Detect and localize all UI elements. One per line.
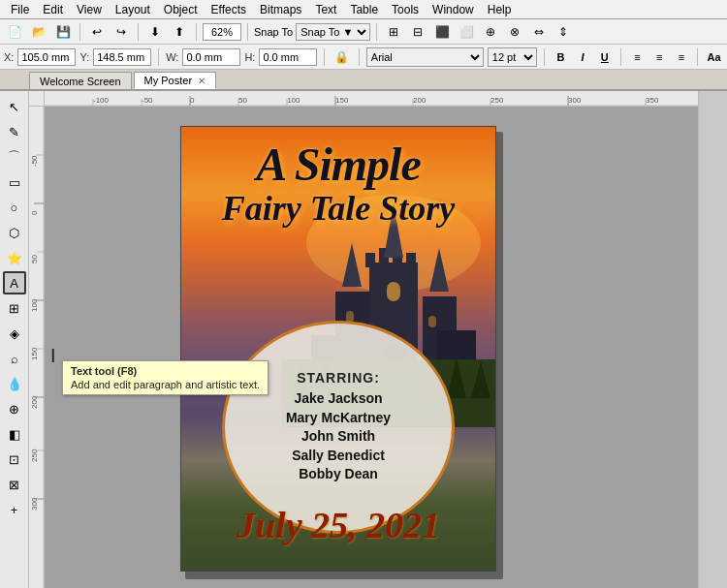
svg-rect-40 [365, 253, 375, 267]
freehand-tool-btn[interactable]: ✎ [3, 120, 26, 143]
character-formatting-btn[interactable]: Aa [705, 47, 723, 67]
poster-title-line1: A Simple [181, 141, 495, 188]
svg-text:50: 50 [30, 255, 39, 263]
rectangle-tool-btn[interactable]: ▭ [3, 170, 26, 194]
y-input[interactable] [93, 48, 151, 66]
separator-2 [138, 23, 139, 41]
align-center-btn[interactable]: ≡ [650, 47, 669, 67]
w-input[interactable] [182, 48, 240, 66]
menu-table[interactable]: Table [343, 0, 385, 18]
open-button[interactable]: 📂 [28, 21, 49, 43]
smart-draw-btn[interactable]: ⌒ [3, 145, 26, 169]
canvas-area: -100 -50 0 50 100 150 200 250 300 350 [29, 91, 698, 588]
undo-button[interactable]: ↩ [86, 21, 108, 43]
sep-7 [324, 48, 325, 66]
align-left-btn[interactable]: ≡ [628, 47, 647, 67]
h-input[interactable] [259, 48, 317, 66]
right-panel [698, 91, 727, 588]
bold-btn[interactable]: B [552, 47, 570, 67]
align-right-btn[interactable]: ≡ [673, 47, 691, 67]
italic-btn[interactable]: I [574, 47, 592, 67]
cast-sally: Sally Benedict [292, 447, 385, 466]
svg-text:200: 200 [413, 96, 427, 105]
tooltip-title: Text tool (F8) [71, 365, 260, 377]
menu-window[interactable]: Window [426, 0, 481, 18]
ellipse-tool-btn[interactable]: ○ [3, 196, 26, 219]
menu-file[interactable]: File [4, 0, 36, 18]
separator-1 [79, 23, 80, 41]
group-button[interactable]: ⬛ [431, 21, 453, 43]
polygon-tool-btn[interactable]: ⬡ [3, 221, 26, 244]
separator-5 [376, 23, 377, 41]
menu-tools[interactable]: Tools [385, 0, 426, 18]
tab-bar: Welcome Screen My Poster ✕ [0, 70, 727, 91]
export-button[interactable]: ⬆ [169, 21, 190, 43]
save-button[interactable]: 💾 [52, 21, 74, 43]
contour-tool-btn[interactable]: ⊡ [3, 448, 26, 471]
ruler-v-svg: -50 0 50 100 150 200 250 300 [29, 107, 44, 588]
oval-background: STARRING: Jake Jackson Mary McKartney Jo… [222, 321, 455, 534]
tooltip-description: Add and edit paragraph and artistic text… [71, 379, 260, 390]
fill-tool-btn[interactable]: ◈ [3, 322, 26, 345]
cast-jake: Jake Jackson [294, 389, 382, 409]
svg-text:-50: -50 [30, 155, 39, 167]
tab-poster-close[interactable]: ✕ [198, 76, 205, 86]
select-tool-btn[interactable]: ↖ [3, 95, 26, 118]
svg-rect-49 [387, 282, 400, 301]
toolbox: ↖ ✎ ⌒ ▭ ○ ⬡ ⭐ A ⊞ ◈ ⌕ 💧 ⊕ ◧ ⊡ ⊠ + [0, 91, 29, 588]
y-label: Y: [79, 51, 89, 63]
eyedropper-tool-btn[interactable]: 💧 [3, 372, 26, 395]
plus-btn[interactable]: + [3, 498, 26, 521]
x-label: X: [4, 51, 14, 63]
cast-john: John Smith [301, 427, 375, 447]
menu-edit[interactable]: Edit [36, 0, 70, 18]
x-input[interactable] [17, 48, 76, 66]
interactive-tool-btn[interactable]: ⊕ [3, 397, 26, 420]
menu-object[interactable]: Object [157, 0, 205, 18]
menu-effects[interactable]: Effects [205, 0, 253, 18]
import-button[interactable]: ⬇ [144, 21, 166, 43]
menu-help[interactable]: Help [481, 0, 519, 18]
menu-layout[interactable]: Layout [109, 0, 157, 18]
menu-bitmaps[interactable]: Bitmaps [253, 0, 308, 18]
sep-6 [158, 48, 159, 66]
menu-bar: File Edit View Layout Object Effects Bit… [0, 0, 727, 19]
text-tool-btn[interactable]: A [3, 271, 26, 294]
cast-bobby: Bobby Dean [299, 465, 378, 484]
cast-mary: Mary McKartney [286, 409, 391, 428]
lock-ratio-btn[interactable]: 🔒 [332, 46, 352, 68]
poster-date: July 25, 2021 [181, 504, 495, 546]
svg-text:0: 0 [190, 96, 195, 105]
redo-button[interactable]: ↪ [111, 21, 132, 43]
font-select[interactable]: Arial [366, 47, 484, 67]
zoom-input[interactable] [203, 23, 241, 41]
mirror-v-button[interactable]: ⇕ [553, 21, 574, 43]
ungroup-button[interactable]: ⬜ [456, 21, 477, 43]
menu-text[interactable]: Text [308, 0, 343, 18]
main-area: ↖ ✎ ⌒ ▭ ○ ⬡ ⭐ A ⊞ ◈ ⌕ 💧 ⊕ ◧ ⊡ ⊠ + -100 -… [0, 91, 727, 588]
separator-4 [247, 23, 248, 41]
underline-btn[interactable]: U [595, 47, 614, 67]
crop-tool-btn[interactable]: ⊠ [3, 473, 26, 496]
mirror-h-button[interactable]: ⇔ [528, 21, 550, 43]
tab-welcome[interactable]: Welcome Screen [29, 72, 132, 89]
sep-8 [359, 48, 360, 66]
svg-text:100: 100 [287, 96, 300, 105]
table-tool-btn[interactable]: ⊞ [3, 296, 26, 320]
sep-10 [620, 48, 621, 66]
tab-poster[interactable]: My Poster ✕ [134, 72, 217, 89]
zoom-tool-btn[interactable]: ⌕ [3, 347, 26, 370]
basic-shapes-btn[interactable]: ⭐ [3, 246, 26, 269]
new-button[interactable]: 📄 [4, 21, 25, 43]
break-apart-button[interactable]: ⊗ [504, 21, 525, 43]
combine-button[interactable]: ⊕ [480, 21, 501, 43]
canvas-content: A Simple Fairy Tale Story STARRING: Jake… [45, 107, 698, 588]
align-button[interactable]: ⊞ [383, 21, 404, 43]
distribute-button[interactable]: ⊟ [407, 21, 428, 43]
toolbar-1: 📄 📂 💾 ↩ ↪ ⬇ ⬆ Snap To Snap To ▼ ⊞ ⊟ ⬛ ⬜ … [0, 19, 727, 45]
poster-title-line2: Fairy Tale Story [186, 190, 490, 229]
shadow-tool-btn[interactable]: ◧ [3, 422, 26, 446]
snap-to-select[interactable]: Snap To ▼ [296, 23, 370, 41]
menu-view[interactable]: View [70, 0, 109, 18]
font-size-select[interactable]: 12 pt [488, 47, 537, 67]
